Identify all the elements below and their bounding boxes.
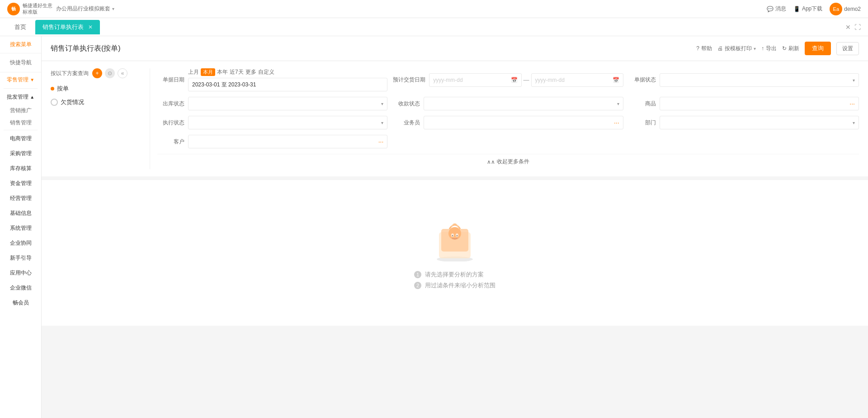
collapse-up-icon: ∧∧	[487, 159, 495, 165]
sidebar-search-label[interactable]: 搜索菜单	[4, 41, 38, 48]
department-select[interactable]	[660, 116, 859, 129]
top-bar-left: 畅 畅捷通好生意 标准版 办公用品行业模拟账套 ▾	[7, 3, 114, 15]
order-date-label: 单据日期	[157, 76, 184, 84]
sidebar-item-system[interactable]: 系统管理	[0, 221, 41, 236]
sidebar-search[interactable]: 搜索菜单	[0, 36, 41, 53]
breadcrumb-arrow-icon: ▾	[112, 6, 114, 11]
settings-button[interactable]: 设置	[836, 42, 859, 55]
sidebar-item-wholesale[interactable]: 批发管理 ▲	[0, 90, 41, 104]
sidebar-item-purchase[interactable]: 采购管理	[0, 146, 41, 161]
start-placeholder: yyyy-mm-dd	[433, 77, 462, 83]
payment-status-select[interactable]	[424, 97, 623, 110]
order-status-chevron-icon	[853, 77, 855, 83]
logo-icon: 畅	[7, 3, 20, 15]
date-range-separator: —	[524, 76, 529, 83]
sidebar-item-inventory[interactable]: 库存核算	[0, 161, 41, 176]
filter-item-by-order[interactable]: 按单	[51, 82, 142, 95]
sidebar-nav[interactable]: 快捷导航	[0, 53, 41, 72]
expected-delivery-start[interactable]: yyyy-mm-dd 📅	[429, 73, 521, 87]
customer-label: 客户	[157, 138, 184, 146]
window-close-icon[interactable]: ✕	[845, 24, 851, 31]
order-date-field: 单据日期 上月 本月 本年 近7天 更多 自定义	[157, 68, 387, 91]
empty-text: 1 请先选择要分析的方案 2 用过滤条件来缩小分析范围	[414, 271, 495, 290]
expected-delivery-range: yyyy-mm-dd 📅 — yyyy-mm-dd 📅	[429, 73, 623, 87]
tab-home[interactable]: 首页	[7, 20, 33, 34]
filter-left-actions: + ⊙ «	[92, 68, 127, 78]
wholesale-sub-items: 营销推广 销售管理	[0, 104, 41, 129]
shortcut-more[interactable]: 更多	[245, 68, 256, 76]
user-profile[interactable]: Ea demo2	[830, 3, 861, 15]
salesperson-label: 业务员	[393, 119, 420, 127]
svg-point-3	[448, 227, 461, 240]
collapse-button[interactable]: ∧∧ 收起更多条件	[157, 154, 859, 169]
shortcut-last-month[interactable]: 上月	[188, 68, 199, 76]
filter-item-active-dot	[51, 87, 54, 90]
filter-collapse-button[interactable]: «	[118, 68, 127, 78]
sidebar-item-wechat[interactable]: 企业微信	[0, 280, 41, 295]
exec-status-select[interactable]	[188, 116, 387, 129]
salesperson-input[interactable]: ···	[424, 116, 623, 129]
filter-row-1: 单据日期 上月 本月 本年 近7天 更多 自定义	[157, 68, 859, 91]
exec-status-field: 执行状态	[157, 116, 387, 129]
sidebar-item-enterprise[interactable]: 企业协同	[0, 236, 41, 251]
sidebar-item-basic[interactable]: 基础信息	[0, 206, 41, 221]
message-button[interactable]: 💬 消息	[767, 5, 786, 13]
sidebar-item-member[interactable]: 畅会员	[0, 295, 41, 310]
avatar: Ea	[830, 3, 842, 15]
shortcut-custom[interactable]: 自定义	[258, 68, 274, 76]
order-status-select[interactable]	[660, 73, 859, 87]
goods-more-icon[interactable]: ···	[849, 100, 855, 107]
sidebar-item-retail[interactable]: 零售管理 ▼	[0, 72, 41, 87]
empty-text-item-2: 2 用过滤条件来缩小分析范围	[414, 281, 495, 290]
refresh-icon: ↻	[782, 45, 787, 52]
sidebar-item-newbie[interactable]: 新手引导	[0, 251, 41, 266]
customer-input[interactable]: ···	[188, 135, 387, 148]
tab-close-icon[interactable]: ✕	[88, 24, 93, 30]
sidebar-item-finance[interactable]: 资金管理	[0, 176, 41, 191]
sidebar-item-operations[interactable]: 经营管理	[0, 191, 41, 206]
sidebar-nav-label[interactable]: 快捷导航	[0, 57, 41, 68]
delivery-status-select[interactable]	[188, 97, 387, 110]
filter-row-2: 出库状态 收款状态	[157, 97, 859, 110]
refresh-button[interactable]: ↻ 刷新	[782, 45, 799, 52]
shortcut-last-7-days[interactable]: 近7天	[230, 68, 244, 76]
download-icon: 📱	[793, 6, 800, 12]
sidebar: 搜索菜单 快捷导航 零售管理 ▼ 批发管理 ▲ 营销推广 销售管理 电商管理 采…	[0, 36, 42, 418]
page-header: 销售订单执行表(按单) ? 帮助 🖨 按模板打印 ▾ ↑ 导出 ↻ 刷新	[42, 36, 868, 61]
tab-sales-exec[interactable]: 销售订单执行表 ✕	[35, 20, 100, 34]
print-template-button[interactable]: 🖨 按模板打印 ▾	[717, 45, 756, 52]
sidebar-wholesale-label: 批发管理	[7, 94, 28, 100]
payment-status-chevron-icon	[617, 100, 619, 107]
goods-input[interactable]: ···	[660, 97, 859, 110]
empty-illustration	[428, 216, 482, 261]
sidebar-wholesale-arrow-icon: ▲	[30, 95, 34, 100]
sidebar-item-ecommerce[interactable]: 电商管理	[0, 131, 41, 146]
filter-add-button[interactable]: +	[92, 68, 102, 78]
query-button[interactable]: 查询	[805, 42, 831, 55]
empty-text-item-1: 1 请先选择要分析的方案	[414, 271, 484, 279]
filter-row-3: 执行状态 业务员 ···	[157, 116, 859, 129]
department-chevron-icon	[853, 119, 855, 126]
empty-num-1: 1	[414, 271, 421, 278]
goods-field: 商品 ···	[629, 97, 859, 110]
help-button[interactable]: ? 帮助	[696, 45, 712, 52]
export-button[interactable]: ↑ 导出	[761, 45, 777, 52]
filter-edit-button[interactable]: ⊙	[105, 68, 115, 78]
window-expand-icon[interactable]: ⛶	[854, 24, 861, 31]
customer-more-icon[interactable]: ···	[378, 138, 384, 145]
payment-status-label: 收款状态	[393, 100, 420, 108]
page-actions: ? 帮助 🖨 按模板打印 ▾ ↑ 导出 ↻ 刷新 查询 设置	[696, 42, 859, 55]
sidebar-item-appstore[interactable]: 应用中心	[0, 266, 41, 280]
breadcrumb[interactable]: 办公用品行业模拟账套 ▾	[56, 5, 114, 13]
filter-layout: 按以下方案查询 + ⊙ « 按单 欠货情况	[51, 68, 859, 169]
expected-delivery-end[interactable]: yyyy-mm-dd 📅	[531, 73, 623, 87]
shortcut-this-month[interactable]: 本月	[201, 68, 215, 76]
sidebar-subitem-sales[interactable]: 销售管理	[0, 117, 41, 129]
page-title: 销售订单执行表(按单)	[51, 44, 121, 53]
goods-label: 商品	[629, 100, 656, 108]
shortcut-this-year[interactable]: 本年	[217, 68, 228, 76]
salesperson-more-icon[interactable]: ···	[614, 119, 619, 126]
filter-item-shortage[interactable]: 欠货情况	[51, 95, 142, 109]
app-download-button[interactable]: 📱 App下载	[793, 5, 822, 13]
sidebar-subitem-marketing[interactable]: 营销推广	[0, 104, 41, 117]
